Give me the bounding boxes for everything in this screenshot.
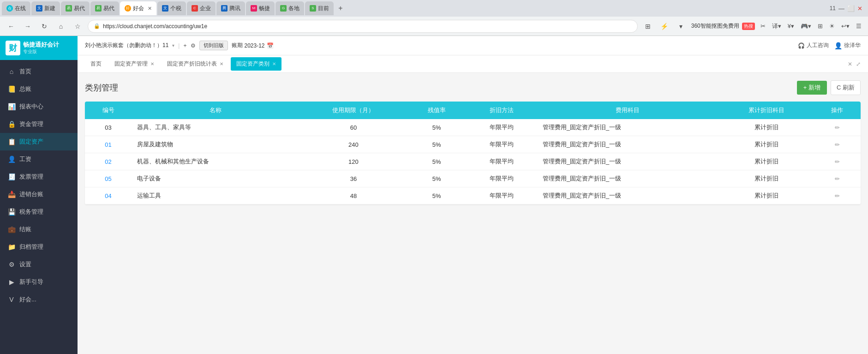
refresh-button[interactable]: C 刷新 xyxy=(831,80,861,95)
browser-tab-gedi[interactable]: G 各地 xyxy=(275,1,304,15)
site-info-button[interactable]: ⊞ xyxy=(641,20,654,33)
game-button[interactable]: 🎮▾ xyxy=(799,22,813,30)
cut-tool-button[interactable]: ✂ xyxy=(759,22,767,30)
sidebar-item-tax[interactable]: 💾 税务管理 xyxy=(0,203,78,221)
help-button[interactable]: 🎧 人工咨询 xyxy=(798,42,829,49)
browser-tab-yidai1[interactable]: 易 易代 xyxy=(61,1,90,15)
sidebar-item-invoice[interactable]: 🧾 发票管理 xyxy=(0,168,78,186)
edit-button-2[interactable]: ✏ xyxy=(835,158,840,165)
sidebar-item-fixed-assets[interactable]: 📋 固定资产 xyxy=(0,133,78,150)
breadcrumb-close-asset-category[interactable]: ✕ xyxy=(272,61,276,66)
sidebar-item-reports[interactable]: 📊 报表中心 xyxy=(0,98,78,115)
cell-residual-2: 5% xyxy=(407,153,466,170)
browser-tab-geshui[interactable]: 文 个税 xyxy=(157,1,186,15)
sidebar-item-ledger[interactable]: 📒 总账 xyxy=(0,80,78,98)
dropdown-button[interactable]: ▾ xyxy=(675,20,688,33)
forward-button[interactable]: → xyxy=(21,20,34,33)
tab-expand-icon[interactable]: ⤢ xyxy=(856,61,861,67)
calendar-icon[interactable]: 📅 xyxy=(267,42,274,49)
cell-action-1: ✏ xyxy=(814,136,861,153)
reports-icon: 📊 xyxy=(7,103,16,110)
sidebar-item-archive[interactable]: 📁 归档管理 xyxy=(0,238,78,256)
bookmark-button[interactable]: ☆ xyxy=(71,20,84,33)
settings-gear-icon[interactable]: ⚙ xyxy=(191,42,196,49)
extension-button[interactable]: ⚡ xyxy=(658,20,671,33)
sidebar-item-settings[interactable]: ⚙ 设置 xyxy=(0,256,78,273)
col-header-accum: 累计折旧科目 xyxy=(718,102,814,119)
new-tab-button[interactable]: + xyxy=(335,2,347,14)
tab-label-yidai1: 易代 xyxy=(74,5,85,12)
browser-tab-changjie[interactable]: M 畅捷 xyxy=(246,1,275,15)
tab-favicon-geshui: 文 xyxy=(162,5,168,12)
breadcrumb-close-fixed-mgmt[interactable]: ✕ xyxy=(150,61,154,66)
row-link-2[interactable]: 02 xyxy=(105,158,111,165)
sidebar-item-guide[interactable]: ▶ 新手引导 xyxy=(0,273,78,291)
sidebar-item-more[interactable]: V 好会... xyxy=(0,291,78,308)
breadcrumb-tab-home[interactable]: 首页 xyxy=(85,57,107,71)
sidebar-item-closeout[interactable]: 💼 结账 xyxy=(0,221,78,238)
wallet-button[interactable]: ¥▾ xyxy=(786,22,796,30)
row-link-3[interactable]: 05 xyxy=(105,175,111,182)
sidebar-item-inout[interactable]: 📥 进销台账 xyxy=(0,186,78,203)
add-account-button[interactable]: + xyxy=(183,42,186,49)
home-button[interactable]: ⌂ xyxy=(54,20,67,33)
grid-button[interactable]: ⊞ xyxy=(816,22,825,30)
edit-button-3[interactable]: ✏ xyxy=(835,175,840,182)
tab-favicon-online: 在 xyxy=(6,5,13,12)
switch-version-button[interactable]: 切到旧版 xyxy=(199,41,228,50)
col-header-method: 折旧方法 xyxy=(466,102,537,119)
sidebar-item-payroll[interactable]: 👤 工资 xyxy=(0,150,78,168)
sidebar-label-ledger: 总账 xyxy=(19,85,31,93)
row-link-4[interactable]: 04 xyxy=(105,192,111,199)
browser-tab-qiye[interactable]: C 企业 xyxy=(187,1,216,15)
cell-residual-4: 5% xyxy=(407,187,466,204)
sidebar-item-home[interactable]: ⌂ 首页 xyxy=(0,63,78,80)
more-icon: V xyxy=(7,296,16,303)
cell-id-3: 05 xyxy=(85,170,132,187)
reload-button[interactable]: ↻ xyxy=(38,20,51,33)
edit-button-4[interactable]: ✏ xyxy=(835,192,840,199)
browser-tab-online[interactable]: 在 在线 xyxy=(2,1,30,15)
breadcrumb-close-depreciation-stats[interactable]: ✕ xyxy=(220,61,223,66)
browser-tab-new[interactable]: 文 新建 xyxy=(31,1,60,15)
undo-button[interactable]: ↩▾ xyxy=(839,22,851,30)
tab-favicon-qiye: C xyxy=(192,5,198,12)
window-close-icon[interactable]: ✕ xyxy=(857,5,862,12)
window-minimize-icon[interactable]: — xyxy=(838,5,844,12)
cell-expense-1: 管理费用_固定资产折旧_一级 xyxy=(537,136,719,153)
app-header: 刘小艳演示账套（勿删勿动！）11 ▾ | + ⚙ 切到旧版 账期 2023-12… xyxy=(78,36,868,55)
dropdown-arrow-icon[interactable]: ▾ xyxy=(172,43,174,48)
menu-button[interactable]: ☰ xyxy=(854,22,863,30)
browser-tab-muqian[interactable]: S 目前 xyxy=(305,1,334,15)
add-button[interactable]: + 新增 xyxy=(797,81,827,95)
search-area: 360智能抠图免费用 热搜 xyxy=(691,22,755,30)
back-button[interactable]: ← xyxy=(5,20,18,33)
tab-close-haohui[interactable]: ✕ xyxy=(148,6,152,12)
translate-button[interactable]: 译▾ xyxy=(770,21,783,31)
logo-symbol: 财 xyxy=(9,42,17,54)
breadcrumb-tab-asset-category[interactable]: 固定资产类别 ✕ xyxy=(231,57,281,71)
edit-button-0[interactable]: ✏ xyxy=(835,124,840,131)
cell-residual-1: 5% xyxy=(407,136,466,153)
category-table: 编号 名称 使用期限（月） 残值率 折旧方法 费用科目 累计折旧科目 操作 03 xyxy=(85,102,861,204)
browser-tab-yidai2[interactable]: 易 易代 xyxy=(90,1,119,15)
browser-tab-tengxun[interactable]: 腾 腾讯 xyxy=(216,1,245,15)
breadcrumb-tab-depreciation-stats[interactable]: 固定资产折旧统计表 ✕ xyxy=(162,57,229,71)
user-avatar[interactable]: 👤 徐泽华 xyxy=(834,42,861,49)
window-maximize-icon[interactable]: ⬜ xyxy=(847,5,855,12)
cell-id-2: 02 xyxy=(85,153,132,170)
brightness-button[interactable]: ☀ xyxy=(827,22,837,30)
browser-tab-haohui[interactable]: 好 好会 ✕ xyxy=(120,1,156,15)
logo-subtitle: 专业版 xyxy=(23,48,59,55)
breadcrumb-tab-fixed-mgmt[interactable]: 固定资产管理 ✕ xyxy=(109,57,160,71)
tab-collapse-icon[interactable]: ✕ xyxy=(848,61,852,67)
col-header-residual: 残值率 xyxy=(407,102,466,119)
sidebar-item-cashflow[interactable]: 🔒 资金管理 xyxy=(0,115,78,133)
cell-method-4: 年限平均 xyxy=(466,187,537,204)
action-buttons: + 新增 C 刷新 xyxy=(797,80,861,95)
row-link-1[interactable]: 01 xyxy=(105,141,111,148)
url-input[interactable]: 🔒 https://cloud.chanjet.com/accounting/u… xyxy=(88,20,638,33)
edit-button-1[interactable]: ✏ xyxy=(835,141,840,148)
sidebar-label-tax: 税务管理 xyxy=(19,208,43,216)
cell-name-2: 机器、机械和其他生产设备 xyxy=(132,153,299,170)
